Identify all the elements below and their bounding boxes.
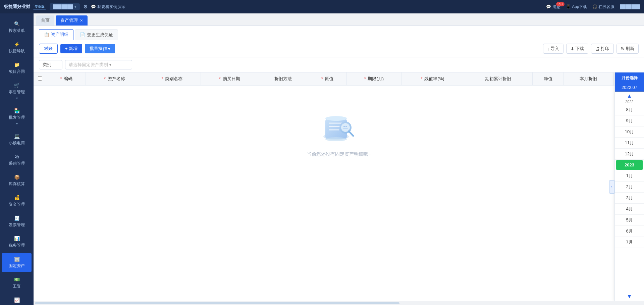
sidebar-item-project-label: 项目合同 (9, 69, 25, 74)
invoice-icon: 🧾 (14, 215, 20, 221)
search-icon: 🔍 (14, 21, 20, 27)
month-panel-toggle[interactable]: ‹ (609, 180, 614, 194)
empty-message: 当前您还没有固定资产明细哦~ (307, 151, 371, 157)
svg-point-9 (343, 126, 345, 127)
sub-tab-change-voucher[interactable]: 📄 变更生成凭证 (75, 30, 118, 40)
empty-state-row: 当前您还没有固定资产明细哦~ (34, 86, 644, 185)
sidebar-item-invoice[interactable]: 🧾 发票管理 (2, 212, 32, 231)
filter-bar: 类别 请选择固定资产类别 ▾ (34, 57, 644, 72)
import-label: 导入 (550, 46, 559, 52)
print-button[interactable]: 🖨 打印 (591, 44, 614, 54)
current-month-display[interactable]: 2022.07 (615, 84, 644, 92)
tab-bar: 首页 资产管理 ✕ (34, 13, 644, 26)
tab-assets-mgmt-label: 资产管理 (60, 17, 78, 23)
month-item-2023-6[interactable]: 6月 (615, 226, 644, 237)
category-select[interactable]: 类别 (39, 60, 62, 69)
sidebar-item-purchase[interactable]: 🛍 采购管理 (2, 151, 32, 170)
month-item-10[interactable]: 10月 (615, 126, 644, 138)
th-name: * 资产名称 (86, 72, 143, 86)
sidebar-item-operations[interactable]: 📈 经营管理 (2, 294, 32, 305)
sidebar-item-salary[interactable]: 💵 工资 (2, 273, 32, 293)
tab-home-label: 首页 (41, 17, 50, 23)
download-button[interactable]: ⬇ 下载 (566, 44, 588, 54)
th-checkbox[interactable] (34, 72, 47, 86)
tab-close-icon[interactable]: ✕ (80, 18, 83, 23)
month-item-2023-7[interactable]: 7月 (615, 237, 644, 248)
month-item-12[interactable]: 12月 (615, 149, 644, 160)
th-name-label: 资产名称 (108, 76, 125, 81)
th-category: * 类别名称 (143, 72, 201, 86)
current-month-value: 2022.07 (622, 85, 637, 90)
app-download-btn[interactable]: 📱 App下载 (566, 4, 587, 10)
sidebar-item-purchase-label: 采购管理 (9, 161, 25, 166)
sidebar-item-ecommerce[interactable]: 💻 小畅电商 (2, 130, 32, 149)
select-all-checkbox[interactable] (38, 76, 42, 81)
batch-arrow-icon: ▾ (108, 46, 110, 51)
sidebar-item-tax[interactable]: 📊 税务管理 (2, 233, 32, 252)
wholesale-icon: 🏪 (14, 108, 20, 113)
month-panel-title: 月份选择 (622, 75, 638, 80)
demo-link[interactable]: 💬 我要看实例演示 (91, 4, 125, 10)
th-residual-rate-label: 残值率(%) (424, 76, 444, 81)
month-item-11[interactable]: 11月 (615, 138, 644, 149)
add-button[interactable]: + 新增 (60, 44, 82, 53)
sidebar-item-inventory[interactable]: 📦 库存核算 (2, 171, 32, 190)
sidebar-nav: 🔍 搜索菜单 ⚡ 快捷导航 📁 项目合同 🛒 零售管理 ▾ 🏪 批发管理 ▾ (0, 13, 34, 305)
sidebar-item-finance[interactable]: 💰 资金管理 (2, 192, 32, 211)
sub-tabs: 📋 资产明细 📄 变更生成凭证 (34, 26, 644, 40)
sidebar-item-quick-nav[interactable]: ⚡ 快捷导航 (2, 38, 32, 57)
th-accumulated-depreciation-label: 期初累计折旧 (485, 76, 511, 81)
required-star-original: * (321, 76, 323, 81)
import-icon: ↓ (547, 46, 550, 51)
month-item-2023-3[interactable]: 3月 (615, 193, 644, 204)
refresh-label: 刷新 (626, 46, 634, 52)
settings-btn[interactable]: ⚙ (83, 4, 88, 10)
user-info[interactable]: ███████ (620, 4, 640, 9)
month-item-9[interactable]: 9月 (615, 115, 644, 126)
month-item-2023-4[interactable]: 4月 (615, 204, 644, 215)
tab-home[interactable]: 首页 (36, 15, 54, 26)
month-item-2023-5[interactable]: 5月 (615, 215, 644, 226)
app-edition: 专业版 (33, 4, 46, 10)
svg-point-5 (325, 116, 347, 121)
th-original-value: * 原值 (308, 72, 347, 86)
online-service-btn[interactable]: 🎧 在线客服 (592, 4, 614, 10)
sub-tab-asset-detail[interactable]: 📋 资产明细 (39, 29, 73, 40)
message-icon: 💬 (546, 4, 551, 9)
operations-icon: 📈 (14, 297, 20, 303)
month-nav-up-button[interactable]: ▲ (625, 93, 634, 99)
sidebar-item-retail[interactable]: 🛒 零售管理 ▾ (2, 79, 32, 103)
company-selector[interactable]: ███████ ▾ (50, 3, 80, 10)
month-item-8[interactable]: 8月 (615, 104, 644, 115)
import-button[interactable]: ↓ 导入 (543, 44, 564, 54)
month-item-2023-2[interactable]: 2月 (615, 182, 644, 193)
required-star-code: * (60, 76, 62, 81)
required-star-purchase: * (219, 76, 221, 81)
sidebar-item-fixed-assets[interactable]: 🏢 固定资产 (2, 253, 32, 272)
sidebar-item-salary-label: 工资 (13, 284, 21, 289)
month-nav-down-button[interactable]: ▼ (625, 294, 634, 300)
horizontal-scrollbar[interactable] (34, 301, 644, 305)
month-panel: 月份选择 2022.07 ▲ 2022 8月 9月 (614, 72, 644, 301)
sidebar-item-search[interactable]: 🔍 搜索菜单 (2, 18, 32, 37)
demo-text: 我要看实例演示 (97, 4, 125, 10)
duizhai-button[interactable]: 对账 (39, 44, 58, 54)
batch-button[interactable]: 批量操作 ▾ (85, 44, 115, 53)
th-original-value-label: 原值 (325, 76, 333, 81)
refresh-button[interactable]: ↻ 刷新 (616, 44, 639, 54)
tab-assets-mgmt[interactable]: 资产管理 ✕ (56, 15, 88, 26)
sidebar-item-wholesale[interactable]: 🏪 批发管理 ▾ (2, 105, 32, 129)
th-depreciation-method: 折旧方法 (258, 72, 308, 86)
category-input[interactable]: 请选择固定资产类别 ▾ (65, 60, 132, 69)
th-monthly-depreciation-label: 本月折旧 (580, 76, 597, 81)
month-item-2023-1[interactable]: 1月 (615, 170, 644, 182)
sidebar-item-project[interactable]: 📁 项目合同 (2, 59, 32, 78)
message-btn[interactable]: 💬 消息 99+ (546, 4, 560, 10)
filter-dropdown-arrow-icon: ▾ (109, 63, 111, 67)
quick-nav-icon: ⚡ (14, 42, 20, 47)
print-label: 打印 (601, 46, 609, 52)
phone-icon: 📱 (566, 4, 571, 9)
company-dropdown-arrow[interactable]: ▾ (74, 5, 76, 9)
project-icon: 📁 (14, 62, 20, 67)
required-star-residual: * (421, 76, 423, 81)
